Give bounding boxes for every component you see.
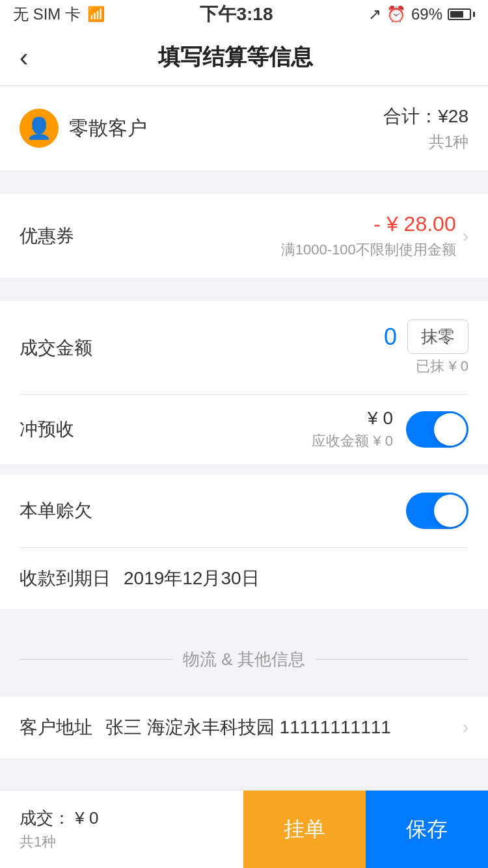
sim-text: 无 SIM 卡 (13, 4, 81, 25)
coupon-right: - ¥ 28.00 满1000-100不限制使用金额 (281, 212, 456, 260)
address-value: 张三 海淀永丰科技园 11111111111 (105, 715, 463, 740)
deal-amount-right: 0 抹零 (371, 319, 468, 354)
deal-amount-value[interactable]: 0 (371, 323, 397, 351)
bottom-actions: 挂单 保存 (243, 791, 488, 868)
bottom-deal-amount: 成交： ¥ 0 (20, 807, 224, 830)
deal-amount-label: 成交金额 (20, 336, 92, 360)
chong-toggle[interactable] (406, 411, 468, 448)
coupon-chevron-icon: › (463, 226, 468, 247)
bottom-info: 成交： ¥ 0 共1种 (0, 807, 243, 852)
section-divider-4 (0, 622, 488, 632)
bottom-deal-label: 成交： (20, 808, 70, 828)
logistics-header: 物流 & 其他信息 (0, 632, 488, 686)
section-divider-2 (0, 291, 488, 301)
chong-main-amount: ¥ 0 (312, 408, 393, 429)
save-button[interactable]: 保存 (366, 791, 488, 868)
debt-toggle-knob (434, 495, 467, 527)
wifi-icon: 📶 (87, 6, 105, 23)
status-bar: 无 SIM 卡 📶 下午3:18 ↗ ⏰ 69% (0, 0, 488, 29)
section-divider-3 (0, 464, 488, 474)
battery-percent: 69% (411, 5, 442, 23)
coupon-row[interactable]: 优惠券 - ¥ 28.00 满1000-100不限制使用金额 › (0, 194, 488, 278)
chong-label: 冲预收 (20, 417, 74, 442)
chong-sub-amount: 应收金额 ¥ 0 (312, 431, 393, 451)
customer-row: 👤 零散客户 合计：¥28 共1种 (0, 86, 488, 170)
section-divider-5 (0, 686, 488, 697)
page-title: 填写结算等信息 (41, 42, 429, 72)
address-section: 客户地址 张三 海淀永丰科技园 11111111111 › (0, 697, 488, 758)
header-line-right (316, 659, 468, 660)
total-count: 共1种 (383, 131, 468, 152)
back-button[interactable]: ‹ (20, 44, 28, 70)
bottom-count: 共1种 (20, 832, 224, 852)
customer-section: 👤 零散客户 合计：¥28 共1种 (0, 86, 488, 170)
hang-button[interactable]: 挂单 (243, 791, 366, 868)
location-icon: ↗ (368, 5, 381, 23)
deal-amount-row: 成交金额 0 抹零 已抹 ¥ 0 (0, 301, 488, 394)
customer-avatar: 👤 (20, 109, 59, 148)
customer-left: 👤 零散客户 (20, 109, 147, 148)
debt-section: 本单赊欠 收款到期日 2019年12月30日 (0, 474, 488, 609)
deal-section: 成交金额 0 抹零 已抹 ¥ 0 冲预收 ¥ 0 应收金额 ¥ 0 (0, 301, 488, 464)
due-date-label: 收款到期日 (20, 566, 111, 591)
address-row[interactable]: 客户地址 张三 海淀永丰科技园 11111111111 › (0, 697, 488, 758)
nav-bar: ‹ 填写结算等信息 (0, 29, 488, 86)
coupon-amount: - ¥ 28.00 (281, 212, 456, 236)
round-zero-button[interactable]: 抹零 (407, 319, 468, 354)
customer-name: 零散客户 (69, 115, 147, 142)
due-date-value[interactable]: 2019年12月30日 (124, 566, 260, 591)
deal-amount-sub: 已抹 ¥ 0 (371, 357, 468, 376)
chong-amounts: ¥ 0 应收金额 ¥ 0 (312, 408, 393, 451)
debt-row: 本单赊欠 (0, 474, 488, 547)
customer-total: 合计：¥28 共1种 (383, 104, 468, 152)
due-date-row: 收款到期日 2019年12月30日 (0, 548, 488, 609)
status-time: 下午3:18 (200, 2, 273, 27)
battery-icon (448, 8, 475, 20)
chong-right: ¥ 0 应收金额 ¥ 0 (312, 408, 468, 451)
coupon-section[interactable]: 优惠券 - ¥ 28.00 满1000-100不限制使用金额 › (0, 194, 488, 278)
address-label: 客户地址 (20, 715, 92, 740)
bottom-deal-value: ¥ 0 (75, 808, 98, 828)
logistics-label: 物流 & 其他信息 (183, 648, 305, 671)
coupon-label: 优惠券 (20, 224, 74, 249)
bottom-bar: 成交： ¥ 0 共1种 挂单 保存 (0, 790, 488, 868)
debt-toggle[interactable] (406, 493, 468, 529)
total-amount: 合计：¥28 (383, 104, 468, 129)
toggle-knob (434, 413, 467, 446)
section-divider-1 (0, 183, 488, 194)
avatar-icon: 👤 (26, 116, 52, 141)
alarm-icon: ⏰ (386, 5, 406, 23)
status-left: 无 SIM 卡 📶 (13, 4, 105, 25)
debt-label: 本单赊欠 (20, 498, 92, 523)
header-line-left (20, 659, 172, 660)
status-right: ↗ ⏰ 69% (368, 5, 475, 23)
coupon-desc: 满1000-100不限制使用金额 (281, 240, 456, 260)
chong-row: 冲预收 ¥ 0 应收金额 ¥ 0 (0, 395, 488, 464)
address-chevron-icon: › (463, 717, 468, 738)
